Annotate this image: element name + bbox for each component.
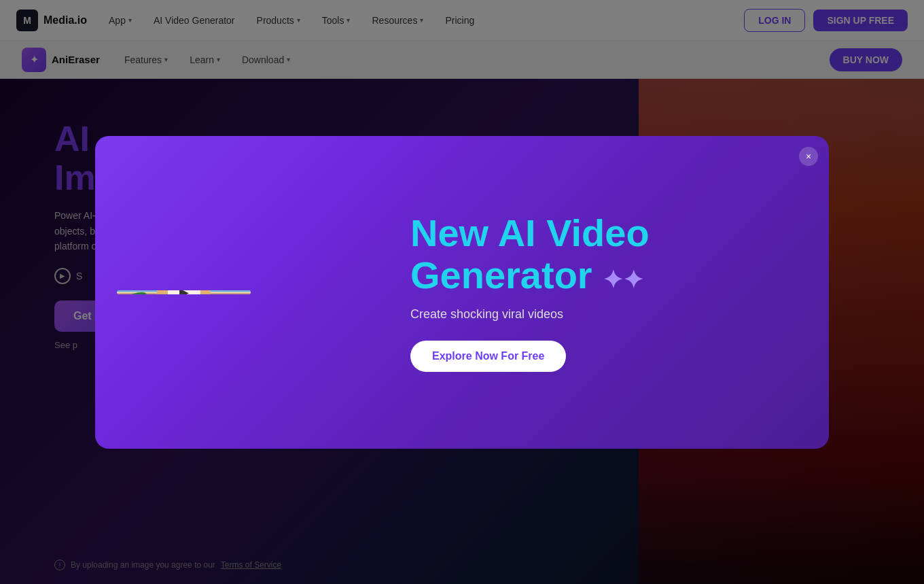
modal-image-grid: ▶ xyxy=(117,290,389,294)
modal-close-button[interactable]: × xyxy=(799,147,818,166)
modal-content: New AI Video Generator ✦✦ Create shockin… xyxy=(410,212,807,371)
modal-dialog: × ▶ xyxy=(95,136,829,449)
modal-title: New AI Video Generator ✦✦ xyxy=(410,212,807,296)
modal-explore-button[interactable]: Explore Now For Free xyxy=(410,341,566,372)
modal-subtitle: Create shocking viral videos xyxy=(410,307,807,322)
modal-image-woman: ▶ xyxy=(117,290,251,294)
play-overlay-icon[interactable]: ▶ xyxy=(168,290,200,294)
sparkle-icon: ✦✦ xyxy=(603,267,643,294)
modal-overlay[interactable]: × ▶ xyxy=(0,0,924,584)
